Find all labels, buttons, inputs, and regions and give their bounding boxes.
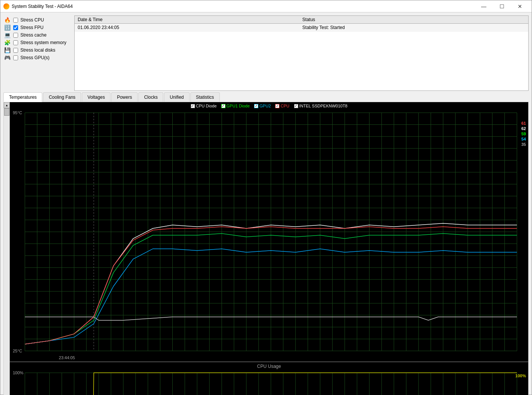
content-area: 🔥 Stress CPU 🔢 Stress FPU 💻 Stress cache…: [0, 12, 532, 395]
legend-gpu1-diode: ✓ GPU1 Diode: [221, 104, 250, 108]
stress-disks-label: Stress local disks: [20, 47, 55, 53]
tabs-section: Temperatures Cooling Fans Voltages Power…: [3, 92, 529, 395]
minimize-button[interactable]: —: [475, 1, 492, 12]
log-col-status: Status: [299, 16, 528, 24]
val-62: 62: [521, 126, 526, 131]
val-61: 61: [521, 121, 526, 126]
cpu-chart-title: CPU Usage: [10, 364, 528, 369]
stress-cpu-checkbox[interactable]: [13, 18, 18, 23]
stress-memory-label: Stress system memory: [20, 40, 66, 45]
window-title: System Stability Test - AIDA64: [12, 4, 475, 9]
left-scrollbar: ▲ ▼: [4, 102, 10, 395]
stress-memory-item: 🧩 Stress system memory: [3, 40, 71, 46]
stress-disks-icon: 💾: [3, 47, 11, 53]
stress-disks-item: 💾 Stress local disks: [3, 47, 71, 53]
log-cell-status: Stability Test: Started: [299, 24, 528, 32]
stress-fpu-icon: 🔢: [3, 24, 11, 31]
top-section: 🔥 Stress CPU 🔢 Stress FPU 💻 Stress cache…: [3, 15, 529, 91]
scroll-track: [4, 108, 9, 395]
charts-column: ✓ CPU Diode ✓ GPU1 Diode ✓ GPU2: [10, 102, 528, 395]
stress-fpu-item: 🔢 Stress FPU: [3, 24, 71, 31]
legend-cpu-diode: ✓ CPU Diode: [191, 104, 217, 108]
tab-cooling-fans[interactable]: Cooling Fans: [43, 92, 81, 102]
app-icon: [3, 3, 9, 9]
tab-temperatures[interactable]: Temperatures: [3, 92, 42, 102]
temperature-chart: ✓ CPU Diode ✓ GPU1 Diode ✓ GPU2: [10, 102, 528, 361]
stress-cpu-icon: 🔥: [3, 17, 11, 23]
log-cell-datetime: 01.06.2020 23:44:05: [75, 24, 299, 32]
tab-voltages[interactable]: Voltages: [82, 92, 110, 102]
stress-fpu-label: Stress FPU: [20, 25, 43, 30]
stress-gpu-item: 🎮 Stress GPU(s): [3, 55, 71, 61]
stress-gpu-checkbox[interactable]: [13, 55, 18, 60]
charts-area: ▲ ▼ ✓: [3, 102, 529, 395]
stress-cpu-label: Stress CPU: [20, 17, 44, 23]
stress-gpu-icon: 🎮: [3, 55, 11, 61]
log-col-datetime: Date & Time: [75, 16, 299, 24]
tab-statistics[interactable]: Statistics: [190, 92, 220, 102]
tab-powers[interactable]: Powers: [111, 92, 138, 102]
temp-y-bottom: 25°C: [13, 349, 22, 353]
close-window-button[interactable]: ✕: [511, 1, 529, 12]
charts-split: ▲ ▼ ✓: [4, 102, 528, 395]
stress-cache-label: Stress cache: [20, 32, 46, 38]
tab-clocks[interactable]: Clocks: [138, 92, 163, 102]
temp-values-right: 61 62 59 54 35: [521, 121, 526, 147]
log-table: Date & Time Status 01.06.2020 23:44:05 S…: [74, 15, 529, 91]
log-row: 01.06.2020 23:44:05 Stability Test: Star…: [75, 24, 528, 32]
val-59: 59: [521, 132, 526, 136]
stress-cache-checkbox[interactable]: [13, 33, 18, 38]
cpu-value-right: 100%: [515, 374, 526, 378]
stress-options: 🔥 Stress CPU 🔢 Stress FPU 💻 Stress cache…: [3, 15, 71, 91]
main-window: System Stability Test - AIDA64 — ☐ ✕ 🔥 S…: [0, 0, 532, 395]
cpu-chart: CPU Usage 100% 0% 100%: [10, 361, 528, 395]
val-54: 54: [521, 137, 526, 141]
stress-cache-icon: 💻: [3, 32, 11, 38]
cpu-y-top: 100%: [13, 371, 23, 375]
maximize-button[interactable]: ☐: [493, 1, 511, 12]
scroll-thumb: [4, 108, 9, 116]
temp-y-top: 95°C: [13, 110, 22, 115]
stress-cache-item: 💻 Stress cache: [3, 32, 71, 38]
val-35: 35: [521, 142, 526, 147]
scroll-up-arrow[interactable]: ▲: [4, 102, 10, 108]
stress-fpu-checkbox[interactable]: [13, 25, 18, 30]
temp-canvas: [10, 102, 528, 361]
stress-memory-icon: 🧩: [3, 40, 11, 46]
temp-x-label: 23:44:05: [59, 355, 75, 360]
temp-legend: ✓ CPU Diode ✓ GPU1 Diode ✓ GPU2: [10, 104, 528, 108]
legend-cpu: ✓ CPU: [275, 104, 289, 108]
stress-memory-checkbox[interactable]: [13, 40, 18, 45]
titlebar: System Stability Test - AIDA64 — ☐ ✕: [0, 0, 532, 12]
legend-intel-ssd: ✓ INTEL SSDPEKNW010T8: [294, 104, 348, 108]
window-controls: — ☐ ✕: [475, 1, 529, 12]
legend-gpu2: ✓ GPU2: [254, 104, 271, 108]
tab-bar: Temperatures Cooling Fans Voltages Power…: [3, 92, 529, 102]
stress-gpu-label: Stress GPU(s): [20, 55, 49, 60]
tab-unified[interactable]: Unified: [164, 92, 189, 102]
stress-disks-checkbox[interactable]: [13, 48, 18, 53]
stress-cpu-item: 🔥 Stress CPU: [3, 17, 71, 23]
